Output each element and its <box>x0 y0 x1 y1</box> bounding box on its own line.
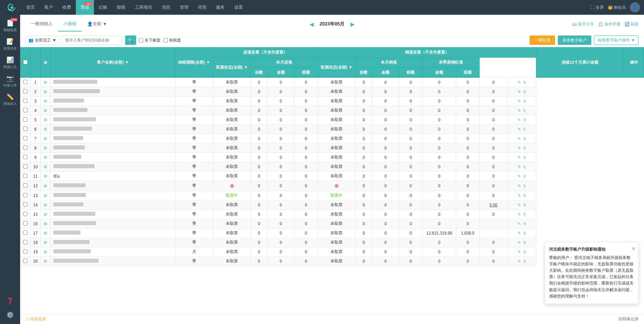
copy-icon[interactable]: ⎘ <box>524 146 526 150</box>
sidebar-item-open-invoice[interactable]: 📝 发票开具 <box>1 36 19 53</box>
row-checkbox-cell[interactable] <box>20 181 31 191</box>
sidebar-item-summary[interactable]: 📊 票据汇总 <box>1 54 19 71</box>
row-checkbox[interactable] <box>23 108 28 112</box>
checkbox-accounts[interactable]: 名下账套 <box>139 38 161 43</box>
row-settings[interactable]: ⚙ <box>41 96 51 106</box>
row-checkbox-cell[interactable] <box>20 153 31 162</box>
row-checkbox-cell[interactable] <box>20 134 31 143</box>
sidebar-item-entry[interactable]: ✏️ 票据录入 <box>1 91 19 108</box>
copy-icon[interactable]: ⎘ <box>524 174 526 179</box>
copy-icon[interactable]: ⎘ <box>524 240 526 245</box>
edit-icon[interactable]: ✎ <box>518 174 521 179</box>
manual-link[interactable]: 📋 操作手册 <box>598 21 620 27</box>
row-settings[interactable]: ⚙ <box>41 238 51 247</box>
row-checkbox[interactable] <box>23 164 28 169</box>
one-click-invoice-button[interactable]: 一键取票 <box>530 36 555 45</box>
nav-item-business[interactable]: 工商项目 <box>130 0 157 15</box>
row-checkbox-cell[interactable] <box>20 191 31 200</box>
row-settings[interactable]: ⚙ <box>41 172 51 181</box>
copy-icon[interactable]: ⎘ <box>524 231 526 236</box>
edit-icon[interactable]: ✎ <box>518 146 521 150</box>
sub-tab-all[interactable]: 👤 全能 ▼ <box>82 17 112 31</box>
refresh-link[interactable]: 🔄 刷新 <box>625 21 639 27</box>
help-icon[interactable]: ❓ <box>4 295 16 307</box>
row-settings[interactable]: ⚙ <box>41 115 51 125</box>
row-settings[interactable]: ⚙ <box>41 162 51 172</box>
select-all-checkbox[interactable] <box>23 60 28 64</box>
copy-icon[interactable]: ⎘ <box>524 184 526 188</box>
edit-icon[interactable]: ✎ <box>518 184 521 188</box>
copy-icon[interactable]: ⎘ <box>524 212 526 217</box>
row-checkbox-cell[interactable] <box>20 143 31 153</box>
row-checkbox[interactable] <box>23 174 28 178</box>
row-checkbox[interactable] <box>23 155 28 159</box>
nav-item-client[interactable]: 客户 <box>40 0 58 15</box>
edit-icon[interactable]: ✎ <box>518 193 521 198</box>
row-settings[interactable]: ⚙ <box>41 247 51 257</box>
nav-item-service[interactable]: 服务 <box>211 0 229 15</box>
copy-icon[interactable]: ⎘ <box>524 259 526 264</box>
row-settings[interactable]: ⚙ <box>41 125 51 134</box>
nav-item-messages[interactable]: 消息 <box>157 0 175 15</box>
edit-icon[interactable]: ✎ <box>518 259 521 264</box>
row-settings[interactable]: ⚙ <box>41 229 51 238</box>
row-checkbox-cell[interactable] <box>20 210 31 219</box>
copy-icon[interactable]: ⎘ <box>524 193 526 198</box>
row-checkbox-cell[interactable] <box>20 247 31 257</box>
nav-item-fee[interactable]: 收费 <box>58 0 76 15</box>
row-settings[interactable]: ⚙ <box>41 210 51 219</box>
prev-month-button[interactable]: ◀ <box>308 20 316 28</box>
row-settings[interactable]: ⚙ <box>41 134 51 143</box>
edit-icon[interactable]: ✎ <box>518 203 521 207</box>
nav-item-accounting[interactable]: 记账 <box>94 0 112 15</box>
search-button[interactable]: 🔍 <box>125 36 136 45</box>
membership-btn[interactable]: 👑 购会员 <box>608 5 626 10</box>
row-settings[interactable]: ⚙ <box>41 219 51 229</box>
user-avatar[interactable]: 👤 <box>630 2 640 12</box>
copy-icon[interactable]: ⎘ <box>524 203 526 207</box>
row-checkbox[interactable] <box>23 145 28 150</box>
edit-icon[interactable]: ✎ <box>518 108 521 113</box>
copy-icon[interactable]: ⎘ <box>524 221 526 226</box>
next-month-button[interactable]: ▶ <box>348 20 357 28</box>
copy-icon[interactable]: ⎘ <box>524 165 526 169</box>
row-checkbox-cell[interactable] <box>20 200 31 210</box>
row-settings[interactable]: ⚙ <box>41 106 51 115</box>
nav-item-home[interactable]: 首页 <box>21 0 40 15</box>
edit-icon[interactable]: ✎ <box>518 136 521 141</box>
row-checkbox-cell[interactable] <box>20 219 31 229</box>
employee-select[interactable]: 👥 全部员工 ▼ <box>25 36 59 45</box>
row-checkbox-cell[interactable] <box>20 257 31 266</box>
edit-icon[interactable]: ✎ <box>518 250 521 254</box>
row-checkbox[interactable] <box>23 127 28 131</box>
search-input[interactable] <box>62 36 122 45</box>
row-settings[interactable]: ⚙ <box>41 143 51 153</box>
row-checkbox[interactable] <box>23 212 28 216</box>
row-checkbox[interactable] <box>23 80 28 84</box>
row-checkbox[interactable] <box>23 117 28 122</box>
row-checkbox-cell[interactable] <box>20 115 31 125</box>
row-checkbox[interactable] <box>23 183 28 188</box>
copy-icon[interactable]: ⎘ <box>524 99 526 104</box>
row-checkbox[interactable] <box>23 249 28 254</box>
copy-icon[interactable]: ⎘ <box>524 127 526 132</box>
edit-icon[interactable]: ✎ <box>518 99 521 104</box>
row-checkbox[interactable] <box>23 136 28 140</box>
sub-tab-general[interactable]: 一般纳税人 <box>25 17 58 31</box>
row-checkbox-cell[interactable] <box>20 229 31 238</box>
edit-icon[interactable]: ✎ <box>518 80 521 85</box>
copy-icon[interactable]: ⎘ <box>524 250 526 254</box>
edit-icon[interactable]: ✎ <box>518 165 521 169</box>
row-settings[interactable]: ⚙ <box>41 191 51 200</box>
checkbox-taxpad[interactable]: 有税盘 <box>163 38 181 43</box>
row-checkbox-cell[interactable] <box>20 87 31 96</box>
edit-icon[interactable]: ✎ <box>518 127 521 132</box>
row-checkbox-cell[interactable] <box>20 106 31 115</box>
edit-icon[interactable]: ✎ <box>518 118 521 122</box>
sub-tab-small[interactable]: 小规模 <box>58 17 82 31</box>
row-settings[interactable]: ⚙ <box>41 153 51 162</box>
sidebar-item-smart-invoice[interactable]: 📄 智能取票 new <box>1 17 19 35</box>
row-checkbox[interactable] <box>23 221 28 225</box>
edit-icon[interactable]: ✎ <box>518 89 521 94</box>
row-checkbox[interactable] <box>23 231 28 235</box>
